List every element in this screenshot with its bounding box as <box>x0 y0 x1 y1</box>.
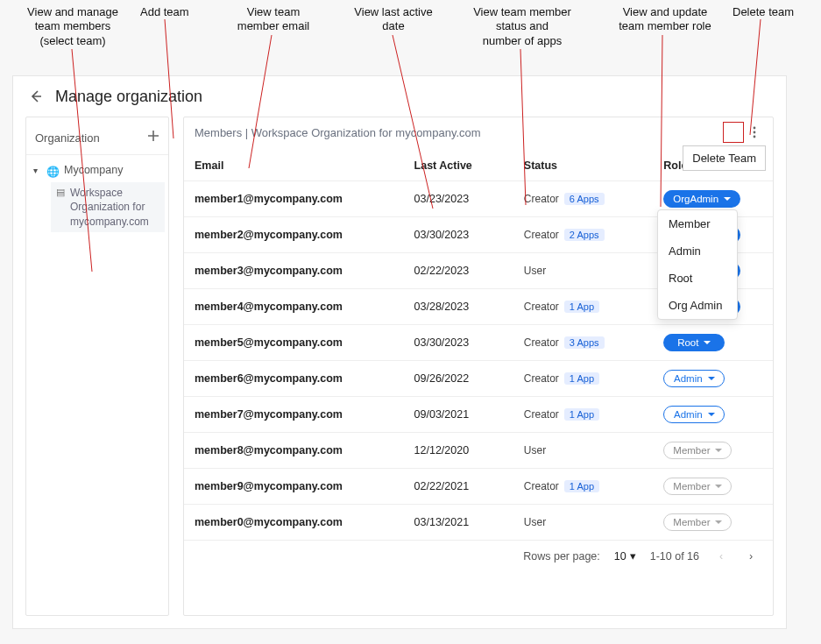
chevron-down-icon <box>715 520 722 524</box>
members-panel: Members | Workspace Organization for myc… <box>183 117 774 616</box>
table-row: member8@mycompany.com12/12/2020UserMembe… <box>184 433 773 469</box>
chevron-down-icon <box>704 341 711 344</box>
role-label: Admin <box>674 373 703 384</box>
chevron-down-icon <box>708 377 715 380</box>
sidebar-header: Organization <box>26 124 168 155</box>
back-button[interactable] <box>27 88 45 105</box>
role-label: Root <box>677 337 698 348</box>
globe-icon: 🌐 <box>46 164 60 180</box>
member-email: member9@mycompany.com <box>184 469 404 505</box>
panel-menu-button[interactable] <box>747 124 762 140</box>
table-row: member9@mycompany.com02/22/2021Creator1 … <box>184 469 773 505</box>
role-option-member[interactable]: Member <box>658 210 737 237</box>
member-email: member2@mycompany.com <box>184 217 404 253</box>
member-status: User <box>524 444 546 456</box>
members-table: Email Last Active Status Role member1@my… <box>184 147 773 540</box>
col-last-active: Last Active <box>404 147 513 181</box>
member-status-cell: Creator1 App <box>513 397 653 433</box>
member-email: member3@mycompany.com <box>184 253 404 289</box>
page-title: Manage organization <box>55 88 202 106</box>
plus-icon <box>147 130 159 142</box>
role-select[interactable]: Admin <box>663 370 725 387</box>
member-email: member1@mycompany.com <box>184 181 404 217</box>
svg-point-9 <box>754 136 756 138</box>
role-select[interactable]: Member <box>663 442 732 459</box>
role-option-admin[interactable]: Admin <box>658 237 737 265</box>
member-email: member5@mycompany.com <box>184 325 404 361</box>
highlight-box <box>723 122 744 143</box>
arrow-left-icon <box>29 89 43 103</box>
member-status: Creator <box>524 408 559 421</box>
table-row: member7@mycompany.com09/03/2021Creator1 … <box>184 397 773 433</box>
role-option-root[interactable]: Root <box>658 265 737 292</box>
panel-title-prefix: Members | Workspace Organization for <box>195 126 393 139</box>
apps-badge[interactable]: 3 Apps <box>564 336 605 349</box>
workspace-icon: ▤ <box>56 186 65 199</box>
chevron-down-icon <box>708 413 715 416</box>
pagination-prev[interactable]: ‹ <box>713 550 729 563</box>
role-select[interactable]: Root <box>663 334 725 351</box>
member-status: User <box>524 265 546 277</box>
member-status-cell: User <box>513 505 653 541</box>
apps-badge[interactable]: 1 App <box>564 480 599 492</box>
member-last-active: 02/22/2021 <box>404 469 513 505</box>
svg-point-7 <box>754 127 756 130</box>
pagination-next[interactable]: › <box>743 550 759 563</box>
member-email: member7@mycompany.com <box>184 397 404 433</box>
member-status-cell: Creator1 App <box>513 469 653 505</box>
member-status: Creator <box>524 301 559 313</box>
member-last-active: 09/26/2022 <box>404 361 513 397</box>
role-select[interactable]: Member <box>663 478 732 495</box>
member-status-cell: Creator2 Apps <box>513 217 653 253</box>
rows-per-page-select[interactable]: 10 ▾ <box>614 549 636 563</box>
member-status: Creator <box>524 480 559 492</box>
apps-badge[interactable]: 1 App <box>564 301 599 313</box>
delete-team-menu-item[interactable]: Delete Team <box>683 145 766 171</box>
member-status: Creator <box>524 372 559 385</box>
panel-header: Members | Workspace Organization for myc… <box>184 117 773 147</box>
chevron-down-icon <box>715 449 722 452</box>
col-status: Status <box>513 147 653 181</box>
apps-badge[interactable]: 1 App <box>564 408 599 421</box>
org-root-node[interactable]: ▾ 🌐 Mycompany <box>33 162 165 182</box>
rows-per-page-label: Rows per page: <box>523 550 600 563</box>
apps-badge[interactable]: 2 Apps <box>564 229 605 241</box>
apps-badge[interactable]: 1 App <box>564 372 599 385</box>
ann-view-email: View team member email <box>230 5 317 34</box>
member-role-cell: Admin <box>653 361 773 397</box>
sidebar: Organization ▾ 🌐 Mycompany ▤ Workspace O… <box>25 117 169 616</box>
ann-view-last-active: View last active date <box>345 5 442 34</box>
member-last-active: 03/30/2023 <box>404 325 513 361</box>
role-select[interactable]: Member <box>663 513 732 531</box>
member-status: User <box>524 516 546 528</box>
member-role-cell: Member <box>653 433 773 469</box>
ann-view-role: View and update team member role <box>608 5 722 34</box>
table-row: member6@mycompany.com09/26/2022Creator1 … <box>184 361 773 397</box>
add-team-button[interactable] <box>147 130 159 145</box>
ann-manage-team: View and manage team members (select tea… <box>16 5 130 48</box>
svg-point-8 <box>754 131 756 134</box>
role-label: OrgAdmin <box>673 194 718 204</box>
member-role-cell: Member <box>653 505 773 541</box>
content-area: Organization ▾ 🌐 Mycompany ▤ Workspace O… <box>13 117 786 628</box>
role-label: Member <box>673 445 710 456</box>
org-tree: ▾ 🌐 Mycompany ▤ Workspace Organization f… <box>26 155 168 232</box>
member-status: Creator <box>524 229 559 241</box>
app-frame: Manage organization Organization ▾ 🌐 Myc… <box>12 75 787 629</box>
org-child-node[interactable]: ▤ Workspace Organization for mycompany.c… <box>51 182 165 232</box>
member-last-active: 03/23/2023 <box>404 181 513 217</box>
caret-down-icon: ▾ <box>33 164 42 178</box>
rows-per-page-value: 10 <box>614 550 626 563</box>
role-option-orgadmin[interactable]: Org Admin <box>658 292 737 319</box>
chevron-down-icon <box>715 485 722 488</box>
apps-badge[interactable]: 6 Apps <box>564 193 605 205</box>
member-status-cell: Creator6 Apps <box>513 181 653 217</box>
member-last-active: 03/28/2023 <box>404 289 513 325</box>
role-select[interactable]: OrgAdmin <box>663 190 740 208</box>
org-root-label: Mycompany <box>64 164 123 176</box>
member-status: Creator <box>524 193 559 205</box>
ann-delete-team: Delete team <box>733 5 794 19</box>
role-select[interactable]: Admin <box>663 406 725 423</box>
table-row: member5@mycompany.com03/30/2023Creator3 … <box>184 325 773 361</box>
member-last-active: 02/22/2023 <box>404 253 513 289</box>
